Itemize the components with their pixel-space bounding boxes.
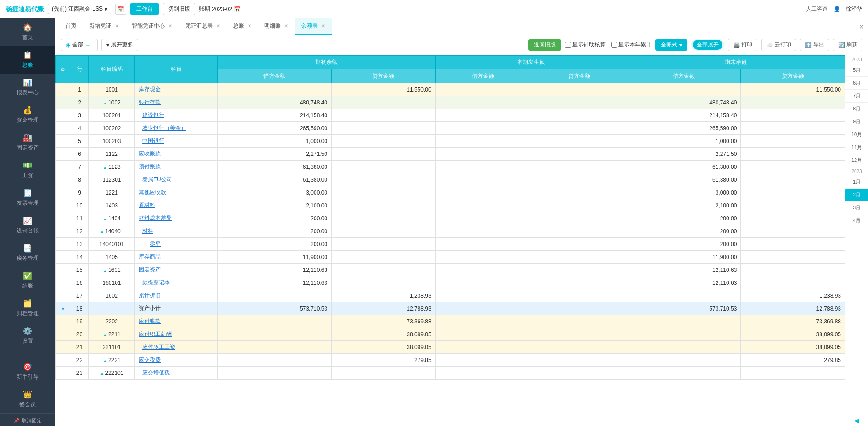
row-name-cell[interactable]: 泰属EU公司 xyxy=(135,173,218,186)
show-aux-checkbox[interactable]: 显示辅助核算 xyxy=(565,41,606,49)
account-name-link[interactable]: 累计折旧 xyxy=(139,292,161,299)
service-btn[interactable]: 人工咨询 xyxy=(806,5,828,13)
month-4[interactable]: 4月 xyxy=(845,214,868,227)
pin-btn[interactable]: 📌 取消固定 xyxy=(0,413,55,426)
account-name-link[interactable]: 材料 xyxy=(142,228,153,234)
row-name-cell[interactable]: 应付职工工资 xyxy=(135,341,218,354)
sidebar-item-assets[interactable]: 🏭 固定资产 xyxy=(0,129,55,156)
account-name-link[interactable]: 应交税费 xyxy=(139,357,161,363)
expand-row-icon[interactable]: ▲ xyxy=(103,165,107,170)
row-name-cell[interactable]: 材料成本差异 xyxy=(135,212,218,225)
account-name-link[interactable]: 应付职工工资 xyxy=(142,344,175,350)
account-name-link[interactable]: 银行存款 xyxy=(139,99,161,105)
month-5[interactable]: 5月 xyxy=(845,64,868,77)
sidebar-item-reports[interactable]: 📊 报表中心 xyxy=(0,74,55,101)
tab-home[interactable]: 首页 xyxy=(59,18,83,35)
settings-col-header[interactable]: ⚙ xyxy=(56,56,70,83)
row-name-cell[interactable]: 库存现金 xyxy=(135,83,218,96)
sidebar-item-invoice[interactable]: 🧾 发票管理 xyxy=(0,184,55,212)
export-btn[interactable]: ⬆️ 导出 xyxy=(800,39,829,51)
sidebar-item-ledger[interactable]: 📋 总账 xyxy=(0,46,55,74)
ytd-checkbox-input[interactable] xyxy=(611,42,617,48)
row-name-cell[interactable]: 应交增值税 xyxy=(135,367,218,380)
sidebar-item-member[interactable]: 👑 畅会员 xyxy=(0,386,55,413)
expand-row-icon[interactable]: ▲ xyxy=(100,371,105,376)
aux-checkbox-input[interactable] xyxy=(565,42,571,48)
switch-version-button[interactable]: 切到旧版 xyxy=(163,3,195,15)
account-name-link[interactable]: 应付账款 xyxy=(139,318,161,324)
account-name-link[interactable]: 款提票记本 xyxy=(142,279,170,286)
row-name-cell[interactable]: 款提票记本 xyxy=(135,276,218,289)
account-name-link[interactable]: 建设银行 xyxy=(142,112,164,118)
expand-row-icon[interactable]: ▲ xyxy=(103,100,107,105)
month-1[interactable]: 1月 xyxy=(845,176,868,189)
tab-new-voucher[interactable]: 新增凭证 ✕ xyxy=(83,18,125,35)
cloud-print-btn[interactable]: ☁️ 云打印 xyxy=(761,39,796,51)
account-name-link[interactable]: 固定资产 xyxy=(139,266,161,273)
tab-new-voucher-close[interactable]: ✕ xyxy=(115,23,119,29)
account-name-link[interactable]: 预付账款 xyxy=(139,163,161,170)
account-name-link[interactable]: 农业银行（美金） xyxy=(142,125,186,131)
sidebar-item-guide[interactable]: 🎯 新手引导 xyxy=(0,358,55,386)
refresh-btn[interactable]: 🔄 刷新 xyxy=(833,39,862,51)
full-mode-btn[interactable]: 全账式 ▾ xyxy=(655,39,687,51)
subtotal-icon[interactable]: 🔹 xyxy=(59,305,66,312)
tab-general-ledger-close[interactable]: ✕ xyxy=(248,23,251,29)
sidebar-item-settings[interactable]: ⚙️ 设置 xyxy=(0,322,55,350)
calendar-icon-btn[interactable]: 📅 xyxy=(115,4,126,15)
month-6[interactable]: 6月 xyxy=(845,77,868,90)
company-select[interactable]: (先前) 江西融金-LSS ▾ xyxy=(48,4,111,14)
row-name-cell[interactable]: 预付账款 xyxy=(135,161,218,173)
row-name-cell[interactable]: 应收账款 xyxy=(135,148,218,161)
row-name-cell[interactable]: 应交税费 xyxy=(135,354,218,367)
sidebar-item-archive[interactable]: 🗂️ 归档管理 xyxy=(0,294,55,322)
expand-row-icon[interactable]: ▲ xyxy=(100,229,105,234)
account-name-link[interactable]: 中国银行 xyxy=(142,138,164,144)
show-ytd-checkbox[interactable]: 显示本年累计 xyxy=(611,41,652,49)
filter-select[interactable]: ◉ 全部 → xyxy=(61,39,98,51)
month-2-active[interactable]: 2月 xyxy=(845,189,868,201)
expand-row-icon[interactable]: ▲ xyxy=(103,268,107,273)
workbench-button[interactable]: 工作台 xyxy=(130,3,159,15)
row-name-cell[interactable]: 中国银行 xyxy=(135,135,218,148)
month-8[interactable]: 8月 xyxy=(845,103,868,115)
expand-row-icon[interactable]: ▲ xyxy=(103,358,107,363)
expand-more-btn[interactable]: ▾ 展开更多 xyxy=(101,39,138,51)
month-12[interactable]: 12月 xyxy=(845,154,868,167)
month-3[interactable]: 3月 xyxy=(845,201,868,214)
account-name-link[interactable]: 应交增值税 xyxy=(142,369,170,376)
account-name-link[interactable]: 库存商品 xyxy=(139,253,161,260)
row-name-cell[interactable]: 其他应收款 xyxy=(135,186,218,199)
month-11[interactable]: 11月 xyxy=(845,141,868,154)
sidebar-item-payroll[interactable]: 💵 工资 xyxy=(0,156,55,184)
expand-all-toggle[interactable]: 全部展开 xyxy=(691,39,724,51)
table-container[interactable]: ⚙ 行 科目编码 科目 期初余额 本期发生额 期末余额 借方金额 贷方金额 xyxy=(55,55,845,426)
account-name-link[interactable]: 原材料 xyxy=(139,202,155,208)
return-btn[interactable]: 返回旧版 xyxy=(528,39,561,51)
tab-detail-ledger[interactable]: 明细账 ✕ xyxy=(258,18,295,35)
account-name-link[interactable]: 库存现金 xyxy=(139,86,161,92)
sidebar-item-tax[interactable]: 📑 税务管理 xyxy=(0,239,55,267)
tab-general-ledger[interactable]: 总账 ✕ xyxy=(227,18,258,35)
account-name-link[interactable]: 应收账款 xyxy=(139,150,161,157)
row-name-cell[interactable]: 累计折旧 xyxy=(135,289,218,302)
row-name-cell[interactable]: 资产小计 xyxy=(135,302,218,315)
month-9[interactable]: 9月 xyxy=(845,115,868,128)
row-name-cell[interactable]: 应付账款 xyxy=(135,315,218,328)
row-name-cell[interactable]: 零星 xyxy=(135,238,218,251)
account-name-link[interactable]: 应付职工薪酬 xyxy=(139,331,172,337)
account-name-link[interactable]: 其他应收款 xyxy=(139,189,166,196)
sidebar-item-home[interactable]: 🏠 首页 xyxy=(0,18,55,46)
tab-detail-ledger-close[interactable]: ✕ xyxy=(285,23,288,29)
tab-balance-sheet[interactable]: 余额表 ✕ xyxy=(295,18,332,35)
print-btn[interactable]: 🖨️ 打印 xyxy=(728,39,757,51)
sidebar-item-close[interactable]: ✅ 结账 xyxy=(0,267,55,294)
tab-voucher-summary[interactable]: 凭证汇总表 ✕ xyxy=(179,18,227,35)
row-name-cell[interactable]: 库存商品 xyxy=(135,251,218,264)
account-name-link[interactable]: 材料成本差异 xyxy=(139,215,172,221)
panel-expand-btn[interactable]: ◀ xyxy=(845,415,868,426)
row-name-cell[interactable]: 建设银行 xyxy=(135,109,218,122)
row-name-cell[interactable]: 材料 xyxy=(135,225,218,238)
sidebar-item-funds[interactable]: 💰 资金管理 xyxy=(0,101,55,129)
account-name-link[interactable]: 零星 xyxy=(150,241,161,247)
